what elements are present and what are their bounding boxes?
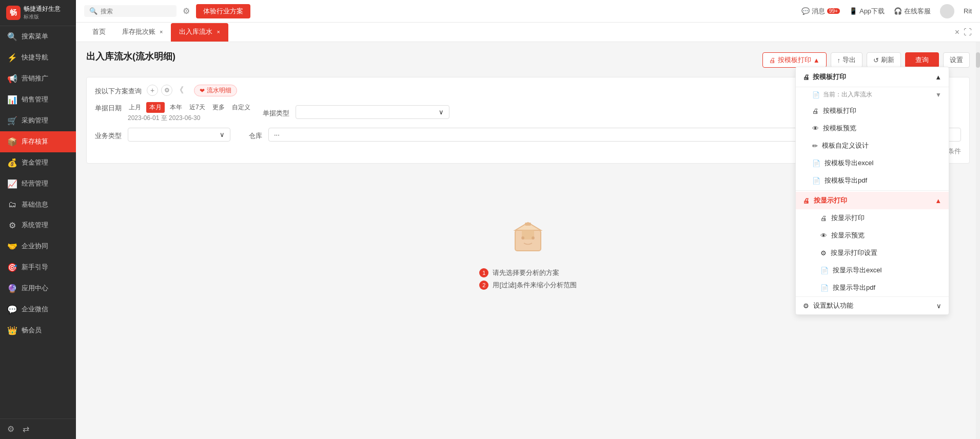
sidebar-item-operations[interactable]: 📈 经营管理: [0, 173, 76, 194]
step-num-1: 1: [479, 268, 488, 277]
user-avatar[interactable]: [940, 4, 954, 18]
template-preview-label: 按模板预览: [823, 124, 856, 133]
sidebar-item-system[interactable]: ⚙ 系统管理: [0, 215, 76, 236]
current-chevron: ▼: [935, 91, 942, 98]
sidebar-item-quick-nav[interactable]: ⚡ 快捷导航: [0, 47, 76, 68]
print-template-button[interactable]: 🖨 按模板打印 ▲: [762, 52, 827, 68]
display-print-icon: 🖨: [820, 214, 827, 222]
sidebar-item-app-center[interactable]: 🔮 应用中心: [0, 278, 76, 299]
dropdown-display-preview[interactable]: 👁 按显示预览: [796, 227, 949, 244]
sidebar-settings-icon[interactable]: ⚙: [7, 424, 14, 434]
tab-batch-account-close[interactable]: ×: [160, 29, 163, 35]
app-logo: 畅 畅捷通好生意 标准版: [0, 0, 76, 26]
sidebar-item-vip[interactable]: 👑 畅会员: [0, 320, 76, 341]
date-shortcut-more[interactable]: 更多: [210, 102, 227, 113]
display-preview-icon: 👁: [820, 232, 827, 240]
sidebar-item-marketing[interactable]: 📢 营销推广: [0, 68, 76, 89]
dropdown-template-export-pdf[interactable]: 📄 按模板导出pdf: [796, 172, 949, 189]
tab-batch-account[interactable]: 库存批次账 ×: [114, 23, 171, 42]
dropdown-footer[interactable]: ⚙ 设置默认功能 ∨: [796, 296, 949, 314]
warehouse-label: 仓库: [249, 129, 262, 141]
topbar: 🔍 ⚙ 体验行业方案 💬 消息 99+ 📱 App下载 🎧 在线客服 Rit: [76, 0, 980, 23]
date-shortcut-custom[interactable]: 自定义: [230, 102, 252, 113]
basic-icon: 🗂: [7, 200, 17, 209]
dropdown-display-print[interactable]: 🖨 按显示打印: [796, 209, 949, 227]
display-group-chevron: ▲: [935, 197, 942, 205]
sidebar-item-label: 企业协同: [22, 242, 48, 251]
dropdown-display-export-pdf[interactable]: 📄 按显示导出pdf: [796, 279, 949, 296]
sidebar-item-purchase[interactable]: 🛒 采购管理: [0, 110, 76, 131]
tab-in-out-flow[interactable]: 出入库流水 ×: [171, 23, 228, 42]
wechat-icon: 💬: [7, 305, 17, 314]
sidebar-item-sales[interactable]: 📊 销售管理: [0, 89, 76, 110]
topbar-right: 💬 消息 99+ 📱 App下载 🎧 在线客服 Rit: [801, 4, 972, 18]
topbar-gear-icon[interactable]: ⚙: [183, 6, 190, 16]
sales-icon: 📊: [7, 95, 17, 105]
sidebar-item-finance[interactable]: 💰 资金管理: [0, 152, 76, 173]
footer-chevron: ∨: [936, 302, 942, 310]
message-badge: 99+: [827, 8, 840, 14]
window-close-btn[interactable]: ×: [955, 28, 959, 37]
refresh-button[interactable]: ↺ 刷新: [867, 52, 901, 68]
dropdown-template-print[interactable]: 🖨 按模板打印: [796, 102, 949, 119]
step-num-2: 2: [479, 281, 488, 290]
biz-type-select[interactable]: ∨: [128, 128, 230, 142]
window-expand-btn[interactable]: ⛶: [964, 28, 972, 37]
dropdown-display-export-excel[interactable]: 📄 按显示导出excel: [796, 262, 949, 279]
guide-icon: 🎯: [7, 263, 17, 272]
doc-type-select[interactable]: ∨: [296, 105, 449, 119]
topbar-message[interactable]: 💬 消息 99+: [801, 7, 840, 16]
refresh-label: 刷新: [881, 55, 894, 65]
date-range-display: 2023-06-01 至 2023-06-30: [128, 114, 200, 123]
setting-button[interactable]: 设置: [943, 52, 970, 68]
dropdown-display-group-header[interactable]: 🖨 按显示打印 ▲: [796, 192, 949, 209]
search-input[interactable]: [101, 8, 162, 15]
svg-rect-3: [525, 223, 531, 226]
filter-actions: 按以下方案查询 + ⚙ 《: [95, 85, 184, 96]
sidebar-item-wechat[interactable]: 💬 企业微信: [0, 299, 76, 320]
export-button[interactable]: ↑ 导出: [831, 52, 863, 68]
tab-in-out-flow-close[interactable]: ×: [217, 29, 220, 35]
topbar-online-service[interactable]: 🎧 在线客服: [894, 7, 931, 16]
sidebar-item-label: 畅会员: [22, 326, 42, 335]
scrollbar-thumb[interactable]: [976, 52, 980, 68]
query-button[interactable]: 查询: [905, 52, 939, 68]
date-shortcut-this-month[interactable]: 本月: [146, 102, 165, 113]
dropdown-template-export-excel[interactable]: 📄 按模板导出excel: [796, 154, 949, 172]
sidebar-item-guide[interactable]: 🎯 新手引导: [0, 257, 76, 278]
dropdown-title: 按模板打印: [813, 72, 846, 82]
date-field-label: 单据日期: [95, 102, 122, 113]
sidebar-item-label: 基础信息: [22, 200, 48, 209]
topbar-search-box[interactable]: 🔍: [84, 5, 177, 17]
print-chevron-icon: ▲: [813, 56, 820, 64]
filter-collapse-button[interactable]: 《: [175, 85, 184, 96]
sidebar-item-label: 销售管理: [22, 95, 48, 104]
date-shortcut-7days[interactable]: 近7天: [187, 102, 207, 113]
tab-home[interactable]: 首页: [84, 23, 114, 42]
export-icon: ↑: [837, 56, 841, 64]
filter-settings-button[interactable]: ⚙: [161, 85, 172, 96]
app-version: 标准版: [24, 13, 61, 21]
display-group-icon: 🖨: [803, 197, 810, 205]
dropdown-display-settings[interactable]: ⚙ 按显示打印设置: [796, 244, 949, 262]
app-center-icon: 🔮: [7, 284, 17, 293]
trial-button[interactable]: 体验行业方案: [196, 4, 250, 18]
dropdown-template-preview[interactable]: 👁 按模板预览: [796, 119, 949, 137]
dropdown-header: 🖨 按模板打印 ▲: [796, 67, 949, 87]
scrollbar-track: [976, 42, 980, 439]
topbar-app-download[interactable]: 📱 App下载: [849, 7, 885, 16]
sidebar-collapse-icon[interactable]: ⇄: [23, 424, 29, 434]
sidebar-item-enterprise[interactable]: 🤝 企业协同: [0, 236, 76, 257]
filter-add-button[interactable]: +: [147, 85, 158, 96]
vip-icon: 👑: [7, 326, 17, 335]
date-shortcut-this-year[interactable]: 本年: [168, 102, 184, 113]
dropdown-template-custom[interactable]: ✏ 模板自定义设计: [796, 137, 949, 154]
sidebar-item-label: 企业微信: [22, 305, 48, 314]
date-shortcut-last-month[interactable]: 上月: [127, 102, 143, 113]
sidebar-item-inventory[interactable]: 📦 库存核算: [0, 131, 76, 152]
display-print-label: 按显示打印: [831, 213, 865, 223]
template-custom-label: 模板自定义设计: [822, 141, 869, 150]
sidebar-item-basic[interactable]: 🗂 基础信息: [0, 194, 76, 215]
template-export-pdf-label: 按模板导出pdf: [825, 176, 867, 185]
sidebar-item-search[interactable]: 🔍 搜索菜单: [0, 26, 76, 47]
